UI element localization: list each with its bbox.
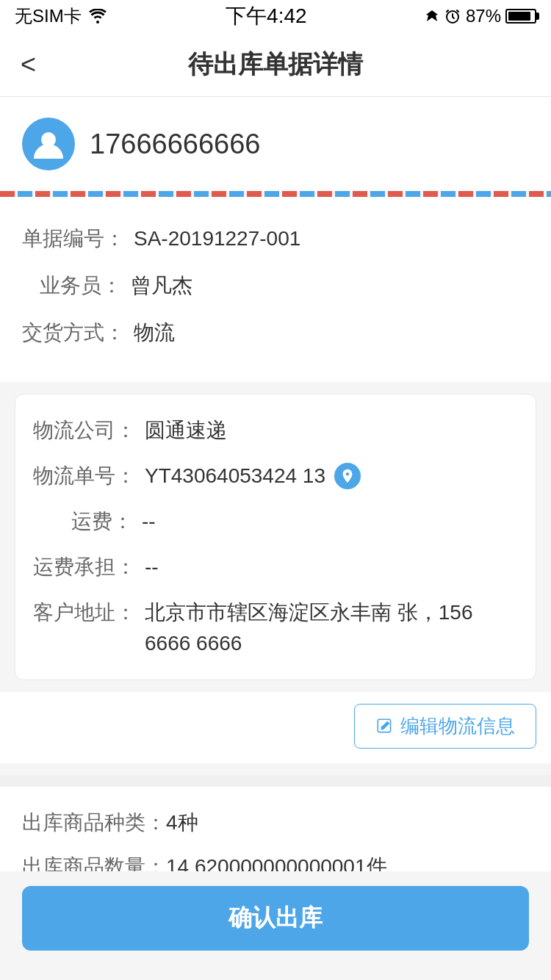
edit-icon	[375, 717, 395, 736]
freight-bearer-label: 运费承担：	[33, 552, 145, 583]
freight-value: --	[142, 506, 518, 537]
freight-row: 运费： --	[33, 506, 518, 537]
battery-percent: 87%	[466, 6, 501, 26]
logistics-company-value: 圆通速递	[145, 415, 518, 446]
section-divider	[0, 775, 551, 787]
freight-label: 运费：	[33, 506, 142, 537]
status-bar-left: 无SIM卡	[15, 4, 108, 28]
order-number-row: 单据编号： SA-20191227-001	[22, 223, 529, 254]
delivery-value: 物流	[134, 317, 529, 348]
tracking-location-icon[interactable]	[334, 463, 361, 489]
edit-logistics-button[interactable]: 编辑物流信息	[354, 704, 536, 749]
order-number-label: 单据编号：	[22, 223, 134, 254]
location-service-icon	[425, 9, 439, 24]
confirm-btn-label: 确认出库	[228, 902, 323, 934]
user-icon	[31, 126, 66, 162]
logistics-company-label: 物流公司：	[33, 415, 145, 446]
nav-bar: < 待出库单据详情	[0, 32, 551, 97]
freight-bearer-row: 运费承担： --	[33, 552, 518, 583]
dashed-separator	[0, 191, 551, 197]
address-label: 客户地址：	[33, 597, 145, 628]
avatar	[22, 118, 75, 170]
delivery-row: 交货方式： 物流	[22, 317, 529, 348]
carrier-label: 无SIM卡	[15, 4, 82, 28]
basic-info-section: 单据编号： SA-20191227-001 业务员： 曾凡杰 交货方式： 物流	[0, 197, 551, 382]
freight-bearer-value: --	[145, 552, 518, 583]
page-title: 待出库单据详情	[188, 48, 363, 82]
goods-type-label: 出库商品种类：	[22, 809, 166, 837]
confirm-btn-area: 确认出库	[0, 871, 551, 980]
address-value: 北京市市辖区海淀区永丰南 张，156 6666 6666	[145, 597, 518, 659]
back-button[interactable]: <	[21, 49, 36, 80]
logistics-card: 物流公司： 圆通速递 物流单号： YT43064053424 13 运费： --…	[15, 394, 536, 680]
goods-type-row: 出库商品种类： 4种	[22, 809, 529, 837]
status-bar: 无SIM卡 下午4:42 87%	[0, 0, 551, 32]
logistics-tracking-row: 物流单号： YT43064053424 13	[33, 461, 518, 491]
edit-btn-label: 编辑物流信息	[400, 713, 515, 739]
confirm-outbound-button[interactable]: 确认出库	[22, 886, 529, 951]
logistics-company-row: 物流公司： 圆通速递	[33, 415, 518, 446]
status-bar-time: 下午4:42	[226, 2, 307, 30]
goods-type-value: 4种	[166, 809, 198, 837]
user-header: 17666666666	[0, 97, 551, 191]
goods-section: 出库商品种类： 4种 出库商品数量： 14.620000000000001件	[0, 787, 551, 881]
logistics-tracking-label: 物流单号：	[33, 461, 145, 491]
address-row: 客户地址： 北京市市辖区海淀区永丰南 张，156 6666 6666	[33, 597, 518, 659]
alarm-icon	[444, 7, 461, 25]
user-phone: 17666666666	[90, 129, 260, 160]
delivery-label: 交货方式：	[22, 317, 134, 348]
status-bar-right: 87%	[425, 6, 536, 26]
staff-value: 曾凡杰	[131, 270, 529, 301]
staff-row: 业务员： 曾凡杰	[22, 270, 529, 301]
edit-btn-row: 编辑物流信息	[0, 692, 551, 763]
staff-label: 业务员：	[22, 270, 131, 301]
battery-icon	[505, 9, 536, 24]
order-number-value: SA-20191227-001	[134, 223, 529, 254]
logistics-tracking-value: YT43064053424 13	[145, 461, 518, 491]
wifi-icon	[87, 9, 108, 24]
pin-icon	[339, 468, 356, 484]
